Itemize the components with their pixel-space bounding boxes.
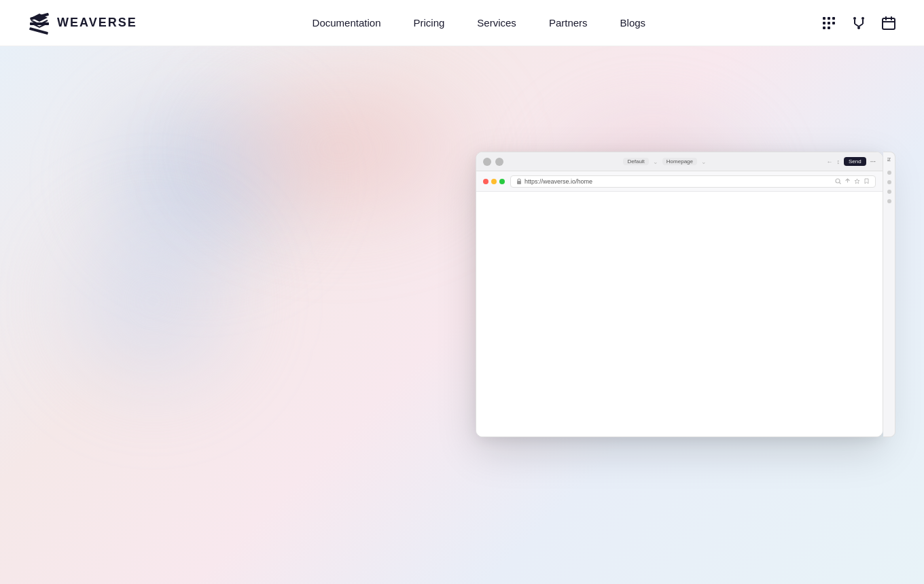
traffic-light-red — [483, 179, 488, 184]
toolbar-icon-2 — [495, 158, 503, 166]
svg-point-12 — [861, 17, 864, 20]
svg-rect-8 — [832, 22, 835, 24]
side-panel-dot-3 — [887, 190, 891, 194]
url-text: https://weaverse.io/home — [525, 178, 592, 185]
bookmark-icon — [864, 178, 870, 184]
lock-icon — [516, 178, 522, 184]
svg-rect-4 — [828, 17, 830, 20]
svg-point-23 — [836, 179, 840, 183]
side-panel: hi — [883, 152, 895, 437]
nav-link-documentation[interactable]: Documentation — [313, 17, 381, 29]
side-panel-dot-2 — [887, 180, 891, 184]
browser-mockup: Default ⌄ Homepage ⌄ ← ↕ Send ··· — [476, 152, 883, 437]
side-panel-dot-1 — [887, 171, 891, 175]
weaverse-logo-icon — [27, 11, 52, 35]
browser-toolbar: Default ⌄ Homepage ⌄ ← ↕ Send ··· — [476, 152, 883, 171]
svg-rect-18 — [883, 18, 895, 29]
search-icon — [835, 178, 841, 184]
svg-rect-6 — [823, 22, 825, 24]
traffic-lights — [483, 179, 505, 184]
svg-rect-22 — [517, 181, 521, 184]
more-button[interactable]: ··· — [870, 158, 876, 165]
toolbar-icon-1 — [483, 158, 491, 166]
nav-link-services[interactable]: Services — [477, 17, 516, 29]
svg-line-16 — [855, 24, 859, 27]
browser-window: Default ⌄ Homepage ⌄ ← ↕ Send ··· — [476, 152, 883, 437]
apps-icon[interactable] — [821, 15, 837, 31]
svg-rect-10 — [828, 27, 830, 29]
svg-line-24 — [840, 183, 841, 184]
traffic-light-yellow — [491, 179, 497, 184]
navbar: WEAVERSE Documentation Pricing Services … — [0, 0, 924, 46]
fork-icon[interactable] — [851, 15, 867, 31]
traffic-light-green — [499, 179, 505, 184]
share-icon — [845, 178, 851, 184]
browser-addressbar: https://weaverse.io/home — [476, 171, 883, 192]
toolbar-left — [483, 158, 503, 166]
svg-point-13 — [857, 27, 860, 29]
side-panel-dot-4 — [887, 199, 891, 203]
nav-link-pricing[interactable]: Pricing — [413, 17, 444, 29]
bg-blob-4 — [34, 182, 272, 420]
svg-rect-5 — [832, 17, 835, 20]
toolbar-nav-left: ← — [826, 158, 832, 165]
svg-rect-9 — [823, 27, 825, 29]
star-icon — [854, 178, 860, 184]
default-badge: Default — [623, 158, 648, 165]
svg-point-11 — [853, 17, 856, 20]
browser-body — [476, 192, 883, 436]
side-panel-label: hi — [887, 158, 891, 161]
nav-link-partners[interactable]: Partners — [549, 17, 588, 29]
svg-rect-7 — [828, 22, 830, 24]
svg-rect-2 — [29, 27, 48, 35]
address-bar[interactable]: https://weaverse.io/home — [510, 175, 876, 188]
homepage-badge: Homepage — [662, 158, 697, 165]
svg-rect-3 — [823, 17, 825, 20]
address-icons — [835, 178, 870, 184]
toolbar-center: Default ⌄ Homepage ⌄ — [509, 158, 821, 165]
nav-link-blogs[interactable]: Blogs — [620, 17, 646, 29]
navbar-actions — [821, 15, 897, 31]
send-button[interactable]: Send — [844, 157, 866, 166]
calendar-icon[interactable] — [881, 15, 897, 31]
toolbar-nav-right: ↕ — [836, 158, 840, 165]
toolbar-right: ← ↕ Send ··· — [826, 157, 876, 166]
svg-line-17 — [859, 24, 863, 27]
main-content: Default ⌄ Homepage ⌄ ← ↕ Send ··· — [0, 46, 924, 584]
navbar-logo[interactable]: WEAVERSE — [27, 11, 137, 35]
navbar-links: Documentation Pricing Services Partners … — [313, 17, 646, 29]
logo-text: WEAVERSE — [57, 16, 137, 30]
